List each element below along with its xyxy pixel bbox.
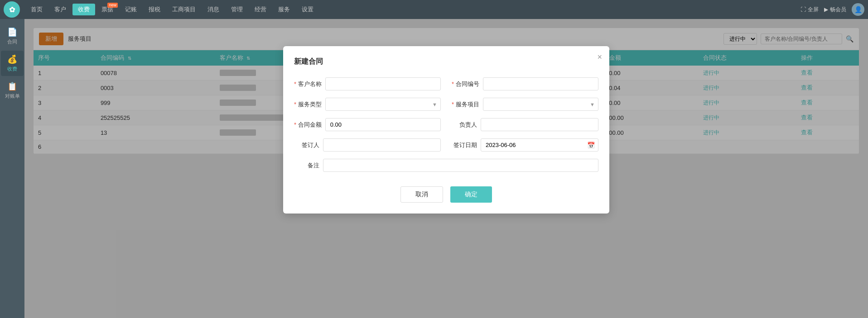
sign-date-input[interactable] <box>481 138 598 152</box>
amount-input[interactable] <box>325 118 441 131</box>
responsible-input[interactable] <box>481 118 598 131</box>
form-row-remark: 备注 <box>294 159 598 172</box>
customer-name-label: 客户名称 <box>294 80 322 88</box>
content-area: 新增 服务项目 进行中 🔍 序号 合同编码 ⇅ 客户名称 ⇅ <box>24 19 868 318</box>
form-row-responsible: 负责人 <box>452 118 598 131</box>
contract-no-input[interactable] <box>483 77 598 90</box>
nav-item-operation[interactable]: 经营 <box>249 4 272 15</box>
nav-item-message[interactable]: 消息 <box>202 4 225 15</box>
modal-footer: 取消 确定 <box>294 186 598 203</box>
form-row-sign-date: 签订日期 📅 <box>452 138 598 152</box>
form-grid: 客户名称 合同编号 服务类型 ▼ <box>294 77 598 172</box>
nav-item-tax[interactable]: 报税 <box>143 4 166 15</box>
service-type-select-wrap: ▼ <box>325 98 441 111</box>
nav-items: 首页 客户 收费 票据 new 记账 报税 工商项目 消息 管理 经营 服务 设… <box>25 4 800 15</box>
form-row-contract-no: 合同编号 <box>452 77 598 90</box>
fullscreen-icon: ⛶ <box>800 6 806 13</box>
signer-input[interactable] <box>323 138 441 152</box>
nav-item-bookkeeping[interactable]: 记账 <box>120 4 142 15</box>
nav-item-invoice[interactable]: 票据 new <box>96 4 119 15</box>
service-item-select[interactable] <box>483 98 598 111</box>
amount-label: 合同金额 <box>294 121 322 129</box>
nav-item-customer[interactable]: 客户 <box>49 4 72 15</box>
nav-right: ⛶ 全屏 ▶ 畅会员 👤 <box>800 3 864 16</box>
form-row-service-item: 服务项目 ▼ <box>452 98 598 111</box>
fullscreen-button[interactable]: ⛶ 全屏 <box>800 6 819 14</box>
sign-date-wrap: 📅 <box>481 138 598 152</box>
sidebar-item-fees[interactable]: 💰 收费 <box>1 51 24 76</box>
form-row-customer: 客户名称 <box>294 77 441 90</box>
nav-item-business[interactable]: 工商项目 <box>167 4 201 15</box>
sign-date-label: 签订日期 <box>452 141 477 149</box>
sidebar-item-statement[interactable]: 📋 对账单 <box>1 78 24 103</box>
member-button[interactable]: ▶ 畅会员 <box>824 6 846 14</box>
nav-item-manage[interactable]: 管理 <box>226 4 248 15</box>
statement-icon: 📋 <box>7 81 17 91</box>
new-badge: new <box>107 3 118 8</box>
cancel-button[interactable]: 取消 <box>400 186 443 203</box>
sidebar-item-contract[interactable]: 📄 合同 <box>1 24 24 49</box>
service-type-select[interactable] <box>325 98 441 111</box>
play-icon: ▶ <box>824 6 828 13</box>
top-nav: ✿ 首页 客户 收费 票据 new 记账 报税 工商项目 消息 管理 经营 服务… <box>0 0 868 19</box>
service-type-label: 服务类型 <box>294 100 322 109</box>
customer-name-input[interactable] <box>325 77 441 90</box>
remark-label: 备注 <box>294 161 319 170</box>
nav-item-home[interactable]: 首页 <box>25 4 48 15</box>
calendar-icon[interactable]: 📅 <box>587 142 595 149</box>
avatar[interactable]: 👤 <box>852 3 864 16</box>
remark-input[interactable] <box>323 159 598 172</box>
new-contract-modal: 新建合同 × 客户名称 合同编号 服务类型 <box>283 46 609 214</box>
sidebar: 📄 合同 💰 收费 📋 对账单 <box>0 19 24 318</box>
signer-label: 签订人 <box>294 141 319 149</box>
modal-title: 新建合同 <box>294 57 598 66</box>
nav-item-service[interactable]: 服务 <box>273 4 295 15</box>
form-row-signer: 签订人 <box>294 138 441 152</box>
confirm-button[interactable]: 确定 <box>450 186 492 203</box>
modal-overlay: 新建合同 × 客户名称 合同编号 服务类型 <box>24 19 868 318</box>
fees-icon: 💰 <box>7 54 17 64</box>
main-layout: 📄 合同 💰 收费 📋 对账单 新增 服务项目 进行中 🔍 <box>0 19 868 318</box>
contract-no-label: 合同编号 <box>452 80 479 88</box>
nav-item-settings[interactable]: 设置 <box>296 4 319 15</box>
contract-icon: 📄 <box>7 27 17 37</box>
nav-item-fees[interactable]: 收费 <box>72 4 95 15</box>
modal-close-button[interactable]: × <box>597 52 602 62</box>
form-row-amount: 合同金额 <box>294 118 441 131</box>
responsible-label: 负责人 <box>452 121 477 129</box>
service-item-select-wrap: ▼ <box>483 98 598 111</box>
logo: ✿ <box>4 1 20 18</box>
service-item-label: 服务项目 <box>452 100 479 109</box>
form-row-service-type: 服务类型 ▼ <box>294 98 441 111</box>
